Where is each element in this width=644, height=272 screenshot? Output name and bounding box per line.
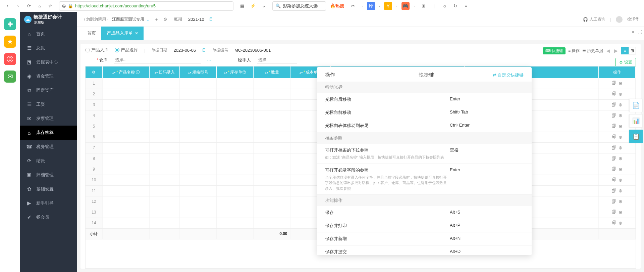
bolt-icon[interactable]: ⚡ (248, 1, 258, 11)
cell[interactable] (253, 218, 290, 228)
cell[interactable] (102, 218, 149, 228)
cell[interactable] (149, 132, 179, 142)
column-header[interactable]: ▴▾扫码录入 (149, 66, 179, 78)
copy-row-icon[interactable]: 🗐 (611, 134, 616, 140)
cell[interactable] (179, 78, 216, 89)
cell[interactable] (216, 142, 253, 153)
copy-row-icon[interactable]: 🗐 (611, 156, 616, 161)
add-row-icon[interactable]: ⊕ (619, 113, 623, 118)
history-link[interactable]: ☰ 历史单据 (582, 48, 603, 54)
sidebar-item[interactable]: ⌂首页 (20, 27, 77, 41)
cell[interactable] (179, 185, 216, 196)
back-button[interactable]: ‹ (3, 1, 12, 11)
copy-row-icon[interactable]: 🗐 (611, 113, 616, 118)
column-header[interactable]: 操作 (599, 66, 636, 78)
add-row-icon[interactable]: ⊕ (619, 188, 623, 193)
cell[interactable] (253, 196, 290, 207)
calendar-icon[interactable]: 🗓 (202, 48, 206, 53)
address-bar[interactable]: ◎ 🔒 https://cloud.chanjet.com/accounting… (59, 1, 233, 11)
support-link[interactable]: 🎧 人工咨询 (583, 16, 605, 22)
warehouse-select[interactable] (114, 56, 201, 63)
translate-icon[interactable]: 译 (367, 2, 375, 10)
menu-icon[interactable]: ≡ (462, 1, 471, 11)
cell[interactable] (102, 132, 149, 142)
float-doc-icon[interactable]: 📄 (629, 99, 643, 112)
fullscreen-icon[interactable]: ⛶ (638, 30, 642, 35)
next-doc-button[interactable]: ▶ (613, 48, 619, 53)
copy-row-icon[interactable]: 🗐 (611, 177, 616, 183)
column-header[interactable]: ⚙ (86, 66, 102, 78)
sidebar-item[interactable]: ☰总账 (20, 41, 77, 55)
download-icon[interactable]: ↻ (451, 1, 460, 11)
appbar-plus-icon[interactable]: ✚ (4, 18, 16, 30)
appbar-weibo-icon[interactable]: ⓔ (4, 53, 16, 65)
cell[interactable] (149, 153, 179, 164)
add-row-icon[interactable]: ⊕ (619, 145, 623, 150)
qr-icon[interactable]: ▦ (237, 1, 247, 11)
sidebar-item[interactable]: ☎税务管理 (20, 140, 77, 154)
cell[interactable] (216, 196, 253, 207)
cell[interactable] (149, 185, 179, 196)
cell[interactable] (179, 99, 216, 110)
settings-gear-icon[interactable]: ⚙ (163, 17, 167, 22)
cell[interactable] (102, 153, 149, 164)
add-row-icon[interactable]: ⊕ (619, 177, 623, 183)
copy-row-icon[interactable]: 🗐 (611, 124, 616, 129)
tab-stockin[interactable]: 产成品入库单✕ (101, 27, 144, 40)
grid-view-button[interactable]: ⊞ (629, 47, 636, 54)
cell[interactable] (253, 207, 290, 218)
cell[interactable] (179, 110, 216, 121)
cell[interactable] (149, 99, 179, 110)
cell[interactable] (179, 196, 216, 207)
cell[interactable] (149, 78, 179, 89)
sidebar-item[interactable]: ⟳结账 (20, 154, 77, 168)
cell[interactable] (253, 89, 290, 99)
cell[interactable] (149, 207, 179, 218)
apps-icon[interactable]: ⊞ (419, 1, 428, 11)
cell[interactable] (216, 153, 253, 164)
cell[interactable] (179, 175, 216, 185)
cell[interactable] (102, 196, 149, 207)
radio-product-in[interactable]: 产品入库 (85, 47, 109, 53)
add-row-icon[interactable]: ⊕ (619, 81, 623, 86)
cell[interactable] (216, 132, 253, 142)
copy-row-icon[interactable]: 🗐 (611, 188, 616, 193)
org-selector[interactable]: （勿删勿禁用） 江西服宝测试专用 ⌄ (82, 16, 150, 22)
avatar-icon[interactable] (616, 16, 623, 23)
copy-row-icon[interactable]: 🗐 (611, 210, 616, 215)
cell[interactable] (253, 121, 290, 132)
cell[interactable] (179, 164, 216, 175)
appbar-star-icon[interactable]: ★ (4, 36, 16, 48)
cell[interactable] (216, 99, 253, 110)
add-row-icon[interactable]: ⊕ (619, 167, 623, 172)
copy-row-icon[interactable]: 🗐 (611, 199, 616, 204)
cell[interactable] (102, 110, 149, 121)
cell[interactable] (102, 207, 149, 218)
cell[interactable] (102, 78, 149, 89)
sidebar-item[interactable]: ⌂库存核算 (20, 126, 77, 140)
cell[interactable] (216, 89, 253, 99)
close-icon[interactable]: ✕ (135, 31, 138, 36)
add-row-icon[interactable]: ⊕ (619, 102, 623, 107)
cell[interactable] (253, 78, 290, 89)
copy-row-icon[interactable]: 🗐 (611, 167, 616, 172)
cell[interactable] (149, 142, 179, 153)
cell[interactable] (102, 175, 149, 185)
user-name[interactable]: 徐泽华 (627, 16, 639, 22)
settings-button[interactable]: ⚙ 设置 (615, 58, 636, 67)
tab-home[interactable]: 首页 (82, 27, 101, 40)
scissors-icon[interactable]: ✂ (348, 1, 358, 11)
sidebar-item[interactable]: ✔畅会员 (20, 210, 77, 224)
cell[interactable] (149, 175, 179, 185)
cell[interactable] (216, 175, 253, 185)
cell[interactable] (149, 110, 179, 121)
cell[interactable] (102, 99, 149, 110)
dropdown-icon[interactable]: ⌄ (259, 1, 268, 11)
cell[interactable] (149, 164, 179, 175)
cell[interactable] (179, 207, 216, 218)
column-header[interactable]: ▴▾*库存单位 (216, 66, 253, 78)
column-header[interactable]: ▴▾*数量 (253, 66, 290, 78)
column-header[interactable]: ▴▾规格型号 (179, 66, 216, 78)
favorite-button[interactable]: ☆ (46, 1, 55, 11)
cell[interactable] (179, 132, 216, 142)
